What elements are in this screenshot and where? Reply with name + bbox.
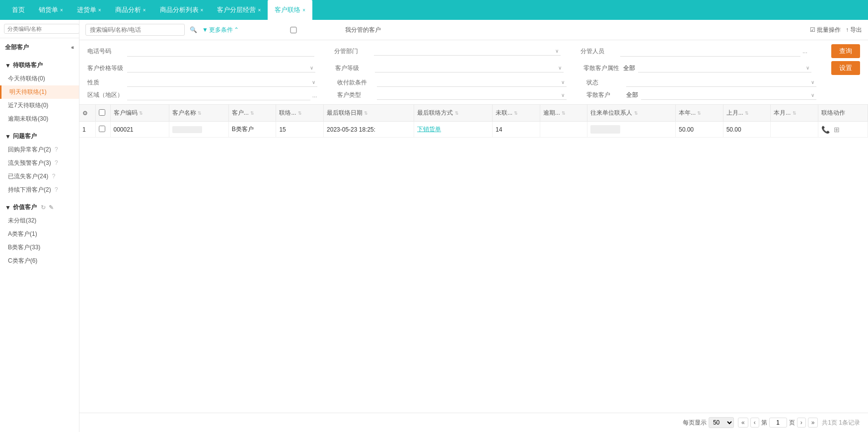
help-icon[interactable]: ? [55, 146, 58, 153]
filter-scattered-select[interactable]: ∨ [641, 91, 816, 100]
help-icon[interactable]: ? [52, 173, 56, 180]
nav-product-analysis-list[interactable]: 商品分析列表 × [153, 0, 211, 20]
last-method-link[interactable]: 下销货单 [417, 126, 441, 133]
filter-status-select[interactable]: ∨ [626, 78, 816, 87]
reset-button[interactable]: 设置 [831, 61, 860, 75]
help-icon[interactable]: ? [55, 159, 58, 166]
nav-close-icon[interactable]: × [143, 7, 146, 13]
filter-dept-select[interactable]: ∨ [374, 47, 561, 56]
search-input[interactable] [85, 24, 185, 36]
col-uncontacted[interactable]: 未联... ⇅ [493, 105, 540, 122]
help-icon[interactable]: ? [55, 186, 58, 193]
sidebar-item-today[interactable]: 今天待联络(0) [0, 72, 79, 85]
col-contact-person[interactable]: 往来单位联系人 ⇅ [587, 105, 676, 122]
grid-action-icon[interactable]: ⊞ [834, 126, 840, 134]
filter-phone-label: 电话号码 [87, 47, 127, 56]
nav-customer-stratify[interactable]: 客户分层经营 × [210, 0, 268, 20]
filter-scattered-attr-select[interactable]: ∨ [638, 64, 811, 72]
sidebar-all-customers-title[interactable]: 全部客户 « [0, 40, 79, 55]
col-this-month[interactable]: 本月... ⇅ [771, 105, 818, 122]
col-this-year[interactable]: 本年... ⇅ [676, 105, 723, 122]
nav-close-icon[interactable]: × [302, 7, 305, 13]
row-last-date: 2023-05-23 18:25: [324, 122, 414, 138]
filter-manager-dots[interactable]: ... [802, 48, 807, 55]
nav-close-icon[interactable]: × [258, 7, 261, 13]
col-contact[interactable]: 联络... ⇅ [276, 105, 324, 122]
col-last-date[interactable]: 最后联络日期 ⇅ [324, 105, 414, 122]
filter-price-level: 客户价格等级 ∨ [87, 64, 315, 72]
sidebar-item-churn-warning[interactable]: 流失预警客户(3) ? [0, 156, 79, 170]
filter-price-level-select[interactable]: ∨ [127, 64, 315, 72]
chevron-down-icon: ∨ [806, 65, 809, 71]
next-page-button[interactable]: › [797, 418, 806, 428]
col-settings[interactable]: ⚙ [79, 105, 95, 122]
sidebar-search-input[interactable] [4, 24, 79, 34]
refresh-icon[interactable]: ↻ [41, 204, 46, 211]
first-page-button[interactable]: « [738, 418, 748, 428]
batch-op-button[interactable]: ☑ 批量操作 [810, 26, 841, 34]
nav-purchase-order[interactable]: 进货单 × [70, 0, 108, 20]
nav-close-icon[interactable]: × [60, 7, 63, 13]
page-number-input[interactable] [769, 418, 787, 428]
row-this-year: 50.00 [676, 122, 723, 138]
sidebar-item-ungrouped[interactable]: 未分组(32) [0, 214, 79, 227]
sidebar-problem-customers: ▼ 问题客户 回购异常客户(2) ? 流失预警客户(3) ? 已流失客户(24)… [0, 128, 79, 199]
nav-close-icon[interactable]: × [201, 7, 204, 13]
filter-status-label: 状态 [586, 78, 626, 87]
filter-more-btn[interactable]: ▼ 更多条件 ⌃ [202, 26, 239, 34]
filter-phone: 电话号码 [87, 46, 314, 57]
filter-customer-level-select[interactable]: ∨ [375, 64, 563, 72]
row-checkbox-cell[interactable] [95, 122, 110, 138]
sidebar-item-class-a[interactable]: A类客户(1) [0, 227, 79, 241]
my-customers-checkbox[interactable] [244, 27, 343, 33]
sidebar-problem-customers-title[interactable]: ▼ 问题客户 [0, 130, 79, 143]
query-button[interactable]: 查询 [831, 44, 860, 58]
filter-customer-type-select[interactable]: ∨ [377, 91, 567, 100]
filter-manager-input[interactable] [620, 46, 800, 57]
sidebar-value-customers-title[interactable]: ▼ 价值客户 ↻ ✎ [0, 201, 79, 214]
sidebar-item-tomorrow[interactable]: 明天待联络(1) [0, 85, 79, 99]
nav-sales-order[interactable]: 销货单 × [32, 0, 70, 20]
sidebar-item-7days[interactable]: 近7天待联络(0) [0, 99, 79, 112]
edit-icon[interactable]: ✎ [49, 204, 54, 211]
sidebar-item-declining[interactable]: 持续下滑客户(2) ? [0, 183, 79, 197]
export-button[interactable]: ↑ 导出 [846, 26, 862, 34]
sidebar-item-class-b[interactable]: B类客户(33) [0, 241, 79, 254]
sort-icon: ⇅ [514, 111, 518, 116]
filter-customer-level: 客户等级 ∨ [335, 64, 563, 72]
col-type[interactable]: 客户... ⇅ [228, 105, 276, 122]
sidebar-item-class-c[interactable]: C类客户(6) [0, 254, 79, 268]
my-customers-checkbox-label[interactable]: 我分管的客户 [244, 26, 381, 34]
row-checkbox[interactable] [99, 126, 105, 132]
sidebar-item-repurchase-abnormal[interactable]: 回购异常客户(2) ? [0, 143, 79, 156]
col-checkbox[interactable] [95, 105, 110, 122]
prev-page-button[interactable]: ‹ [750, 418, 759, 428]
search-button-icon[interactable]: 🔍 [190, 26, 197, 33]
filter-payment-select[interactable]: ∨ [377, 78, 567, 87]
sidebar-collapse-icon[interactable]: « [71, 45, 74, 50]
col-last-month[interactable]: 上月... ⇅ [723, 105, 771, 122]
nav-home[interactable]: 首页 [5, 0, 32, 20]
col-name[interactable]: 客户名称 ⇅ [169, 105, 229, 122]
nav-product-analysis[interactable]: 商品分析 × [108, 0, 153, 20]
row-last-method[interactable]: 下销货单 [414, 122, 493, 138]
last-page-button[interactable]: » [808, 418, 818, 428]
nav-customer-contact[interactable]: 客户联络 × [268, 0, 312, 20]
filter-customer-type: 客户类型 ∨ [337, 91, 567, 100]
row-contact: 15 [276, 122, 324, 138]
sidebar-item-overdue[interactable]: 逾期未联络(30) [0, 112, 79, 126]
sidebar-item-churned[interactable]: 已流失客户(24) ? [0, 170, 79, 183]
filter-region-input[interactable] [127, 90, 310, 100]
sidebar-pending-contact-title[interactable]: ▼ 待联络客户 [0, 59, 79, 72]
nav-close-icon[interactable]: × [98, 7, 101, 13]
col-code[interactable]: 客户编码 ⇅ [110, 105, 169, 122]
phone-action-icon[interactable]: 📞 [821, 126, 830, 134]
col-last-method[interactable]: 最后联络方式 ⇅ [414, 105, 493, 122]
filter-region-dots[interactable]: ... [312, 92, 317, 99]
chevron-down-icon: ∨ [561, 92, 565, 98]
col-overdue[interactable]: 逾期... ⇅ [540, 105, 587, 122]
filter-nature-select[interactable]: ∨ [127, 78, 317, 87]
select-all-checkbox[interactable] [99, 109, 105, 116]
filter-phone-input[interactable] [127, 46, 314, 57]
page-size-select[interactable]: 50 100 200 [709, 417, 734, 428]
